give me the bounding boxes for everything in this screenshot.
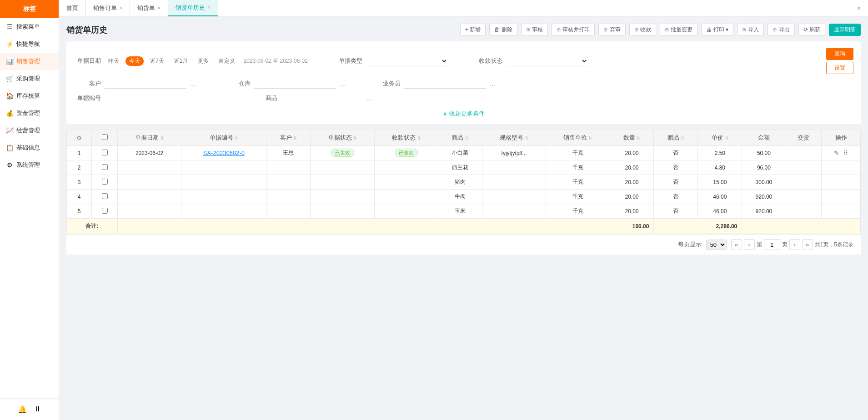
abandon-button[interactable]: ⊙ 弃审 — [598, 24, 625, 36]
purchase-mgmt-icon: 🛒 — [5, 75, 14, 83]
th-sales-unit[interactable]: 销售单位⇅ — [546, 130, 610, 146]
cell-operation-0: ✎ ⠿ — [822, 146, 861, 160]
sidebar-item-operations[interactable]: 📈 经营管理 — [0, 122, 59, 139]
th-quantity-label: 数量 — [623, 134, 635, 142]
date-yesterday-chip[interactable]: 昨天 — [105, 56, 123, 66]
sidebar-item-purchase-mgmt[interactable]: 🛒 采购管理 — [0, 70, 59, 87]
sidebar-item-search-menu[interactable]: ☰ 搜索菜单 — [0, 18, 59, 35]
cell-goods-3: 牛肉 — [438, 190, 482, 204]
refresh-button[interactable]: ⟳ 刷新 — [798, 24, 825, 36]
date-custom-chip[interactable]: 自定义 — [215, 56, 239, 66]
edit-icon-0[interactable]: ✎ — [834, 150, 839, 156]
page-prev-button[interactable]: ‹ — [744, 239, 755, 250]
customer-input[interactable] — [105, 79, 186, 89]
th-doc-status[interactable]: 单据状态⇅ — [311, 130, 374, 146]
settings-button[interactable]: 设置 — [826, 62, 853, 74]
sidebar-bottom: 🔔 ⏸ — [0, 398, 59, 420]
print-button[interactable]: 🖨 打印 ▾ — [701, 24, 733, 36]
th-doc-number[interactable]: 单据编号⇅ — [181, 130, 266, 146]
sidebar-item-quick-nav[interactable]: ⚡ 快捷导航 — [0, 35, 59, 53]
export-button[interactable]: ⊙ 导出 — [768, 24, 794, 36]
goods-input[interactable] — [281, 93, 363, 103]
tab-home[interactable]: 首页 — [59, 0, 86, 16]
payment-status-select[interactable] — [506, 55, 588, 66]
notification-icon[interactable]: 🔔 — [18, 405, 27, 414]
per-page-label: 每页显示 — [678, 240, 702, 249]
row-checkbox-3[interactable] — [102, 193, 108, 199]
window-close-button[interactable]: × — [853, 5, 864, 12]
th-quantity[interactable]: 数量⇅ — [610, 130, 654, 146]
date-7days-chip[interactable]: 近7天 — [146, 56, 168, 66]
cell-doc-number-4 — [181, 204, 266, 219]
sidebar-item-basic-info[interactable]: 📋 基础信息 — [0, 139, 59, 156]
th-unit-price[interactable]: 单价⇅ — [698, 130, 742, 146]
sidebar-label-fund-mgmt: 资金管理 — [16, 109, 40, 117]
customer-dots[interactable]: ... — [190, 80, 196, 88]
tab-sales-goods[interactable]: 销货单 × — [130, 0, 168, 16]
show-detail-button[interactable]: 显示明细 — [829, 24, 861, 36]
date-today-chip[interactable]: 今天 — [125, 56, 144, 66]
cell-spec-4 — [482, 204, 546, 219]
cell-doc-number-0[interactable]: SA-20230602-0 — [181, 146, 266, 160]
per-page-select[interactable]: 50 — [706, 240, 727, 250]
collect-button[interactable]: ⊙ 收款 — [629, 24, 656, 36]
collapse-button[interactable]: ∧ 收起更多条件 — [443, 110, 485, 118]
settings-gear-icon[interactable]: ⚙ — [76, 135, 82, 141]
batch-change-button[interactable]: ⊙ 批量变更 — [660, 24, 697, 36]
tab-sales-order[interactable]: 销售订单 × — [86, 0, 130, 16]
row-checkbox-2[interactable] — [102, 179, 108, 185]
sidebar-item-sales-mgmt[interactable]: 📊 销售管理 — [0, 53, 59, 70]
salesperson-input[interactable] — [404, 79, 486, 89]
th-settings[interactable]: ⚙ — [67, 130, 92, 146]
doc-date-label: 单据日期 — [74, 57, 101, 65]
th-payment-status[interactable]: 收款状态⇅ — [374, 130, 438, 146]
cell-doc-status-0: 已生效 — [311, 146, 374, 160]
tab-sales-history-close[interactable]: × — [208, 5, 211, 10]
page-label: 第 — [757, 241, 762, 249]
audit-button[interactable]: ⊙ 审核 — [521, 24, 548, 36]
pause-icon[interactable]: ⏸ — [34, 405, 41, 414]
cell-doc-status-1 — [311, 160, 374, 175]
doc-number-link-0[interactable]: SA-20230602-0 — [203, 150, 245, 156]
sidebar-item-inventory[interactable]: 🏠 库存核算 — [0, 87, 59, 105]
date-more-chip[interactable]: 更多 — [194, 56, 212, 66]
filter-panel: 单据日期 昨天 今天 近7天 近1月 更多 自定义 2023-06-02 至 2… — [66, 41, 861, 124]
tab-sales-order-close[interactable]: × — [120, 5, 122, 10]
cell-price-0: 2.50 — [698, 146, 742, 160]
th-goods[interactable]: 商品⇅ — [438, 130, 482, 146]
warehouse-input[interactable] — [254, 79, 336, 89]
row-checkbox-4[interactable] — [102, 208, 108, 214]
query-button[interactable]: 查询 — [826, 48, 853, 60]
th-customer[interactable]: 客户⇅ — [266, 130, 311, 146]
table-row: 5 玉米 千克 20.00 否 46.00 920.00 — [67, 204, 861, 219]
cell-operation-4 — [822, 204, 861, 219]
sort-doc-date-icon: ⇅ — [160, 135, 164, 140]
import-button[interactable]: ⊙ 导入 — [737, 24, 764, 36]
new-button[interactable]: + 新增 — [460, 24, 486, 36]
goods-dots[interactable]: ... — [366, 94, 372, 102]
sidebar-item-sys-mgmt[interactable]: ⚙ 系统管理 — [0, 156, 59, 174]
row-checkbox-0[interactable] — [102, 150, 108, 155]
collapse-label: 收起更多条件 — [449, 110, 485, 118]
page-next-button[interactable]: › — [789, 239, 800, 250]
th-spec-type[interactable]: 规格型号⇅ — [482, 130, 546, 146]
row-checkbox-1[interactable] — [102, 164, 108, 170]
th-doc-date[interactable]: 单据日期⇅ — [117, 130, 181, 146]
tab-sales-goods-close[interactable]: × — [158, 5, 161, 10]
delete-button[interactable]: 🗑 删除 — [489, 24, 517, 36]
th-gift[interactable]: 赠品⇅ — [654, 130, 698, 146]
audit-print-button[interactable]: ⊙ 审核并打印 — [552, 24, 595, 36]
doc-number-input[interactable] — [105, 93, 223, 103]
tab-sales-history[interactable]: 销货单历史 × — [168, 0, 218, 16]
page-first-button[interactable]: « — [731, 239, 742, 250]
salesperson-dots[interactable]: ... — [490, 80, 496, 88]
select-all-checkbox[interactable] — [102, 134, 108, 140]
date-1month-chip[interactable]: 近1月 — [171, 56, 192, 66]
page-last-button[interactable]: » — [802, 239, 813, 250]
page-unit: 页 — [782, 241, 788, 249]
warehouse-dots[interactable]: ... — [340, 80, 346, 88]
more-icon-0[interactable]: ⠿ — [843, 150, 848, 156]
sidebar-item-fund-mgmt[interactable]: 💰 资金管理 — [0, 105, 59, 122]
page-number-input[interactable] — [764, 239, 780, 250]
doc-type-select[interactable] — [366, 55, 448, 66]
